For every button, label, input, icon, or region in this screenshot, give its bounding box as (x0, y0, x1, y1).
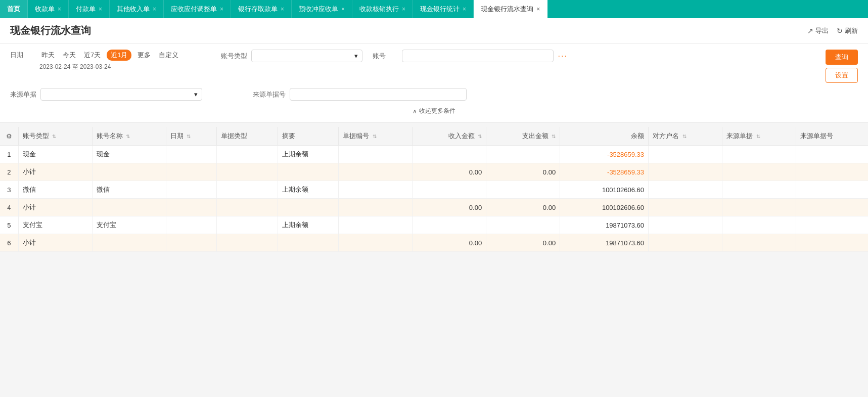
table-row: 6小计0.000.0019871073.60 (0, 234, 868, 252)
sort-icon: ⇅ (478, 134, 482, 139)
date-label: 日期 (10, 51, 35, 60)
date-opt-today[interactable]: 今天 (61, 50, 78, 61)
nav-tab-receipt[interactable]: 收款单 × (28, 0, 69, 18)
th-source-doc[interactable]: 来源单据 ⇅ (722, 127, 796, 146)
nav-tab-cash-flow-query-label: 现金银行流水查询 (481, 5, 533, 14)
th-balance[interactable]: 余额 (560, 127, 649, 146)
date-opt-more[interactable]: 更多 (135, 50, 153, 61)
nav-tab-cash-stat[interactable]: 现金银行统计 × (413, 0, 474, 18)
date-opt-custom[interactable]: 自定义 (157, 50, 180, 61)
close-icon[interactable]: × (58, 6, 61, 13)
account-dots-button[interactable]: ··· (558, 52, 567, 61)
td-date (166, 146, 217, 163)
th-summary[interactable]: 摘要 (278, 127, 338, 146)
close-icon[interactable]: × (220, 6, 223, 13)
th-source-doc-no[interactable]: 来源单据号 (796, 127, 868, 146)
close-icon[interactable]: × (341, 6, 345, 13)
collapse-bar[interactable]: ∧ 收起更多条件 (10, 104, 858, 116)
td-doc-type (217, 181, 278, 199)
nav-tab-bank-deposit[interactable]: 银行存取款单 × (231, 0, 292, 18)
nav-tab-other-income-label: 其他收入单 (117, 5, 150, 14)
td-expense (486, 216, 560, 234)
td-source-doc (722, 181, 796, 199)
td-counterpart (649, 199, 722, 216)
td-source-doc (722, 146, 796, 163)
close-icon[interactable]: × (402, 6, 405, 13)
td-balance: 19871073.60 (560, 216, 649, 234)
source-doc-no-label: 来源单据号 (253, 90, 286, 99)
th-balance-label: 余额 (631, 132, 644, 140)
nav-tab-home-label: 首页 (7, 5, 20, 14)
date-opt-1month[interactable]: 近1月 (107, 50, 131, 61)
td-summary (278, 234, 338, 252)
td-expense (486, 181, 560, 199)
th-expense[interactable]: 支出金额 ⇅ (486, 127, 560, 146)
settings-button[interactable]: 设置 (826, 68, 858, 83)
filter-area: 日期 昨天 今天 近7天 近1月 更多 自定义 2023-02-24 至 202… (0, 43, 868, 123)
nav-tab-payment-label: 付款单 (76, 5, 96, 14)
refresh-icon: ↻ (837, 27, 843, 35)
th-income[interactable]: 收入金额 ⇅ (413, 127, 486, 146)
sort-icon: ⇅ (552, 134, 556, 139)
chevron-down-icon: ▾ (194, 91, 198, 98)
th-counterpart[interactable]: 对方户名 ⇅ (649, 127, 722, 146)
nav-tab-ar-ap-adjust[interactable]: 应收应付调整单 × (164, 0, 231, 18)
td-counterpart (649, 181, 722, 199)
close-icon[interactable]: × (99, 6, 102, 13)
nav-tab-other-income[interactable]: 其他收入单 × (110, 0, 164, 18)
td-date (166, 216, 217, 234)
td-doc-no (339, 234, 413, 252)
refresh-button[interactable]: ↻ 刷新 (837, 26, 858, 35)
refresh-label: 刷新 (845, 26, 858, 35)
th-account-type[interactable]: 账号类型 ⇅ (18, 127, 92, 146)
td-balance: 100102606.60 (560, 199, 649, 216)
th-doc-type-label: 单据类型 (221, 132, 247, 140)
td-account-type: 现金 (18, 146, 92, 163)
date-opt-7days[interactable]: 近7天 (82, 50, 103, 61)
account-type-select[interactable]: ▾ (251, 50, 362, 62)
table-row: 2小计0.000.00-3528659.33 (0, 163, 868, 181)
export-button[interactable]: ↗ 导出 (807, 26, 829, 35)
td-account-name (92, 234, 166, 252)
account-input[interactable] (402, 50, 554, 62)
data-table: ⚙ 账号类型 ⇅ 账号名称 ⇅ 日期 ⇅ 单据类型 摘要 (0, 127, 868, 252)
td-account-name: 支付宝 (92, 216, 166, 234)
table-row: 4小计0.000.00100102606.60 (0, 199, 868, 216)
nav-tab-receipt-verify[interactable]: 收款核销执行 × (352, 0, 413, 18)
nav-tab-payment[interactable]: 付款单 × (69, 0, 110, 18)
close-icon[interactable]: × (153, 6, 156, 13)
table-row: 3微信微信上期余额100102606.60 (0, 181, 868, 199)
th-date[interactable]: 日期 ⇅ (166, 127, 217, 146)
close-icon[interactable]: × (463, 6, 466, 13)
nav-tab-prepay-offset[interactable]: 预收冲应收单 × (292, 0, 352, 18)
th-expense-label: 支出金额 (522, 132, 549, 140)
td-source-doc-no (796, 199, 868, 216)
th-doc-type[interactable]: 单据类型 (217, 127, 278, 146)
td-summary (278, 199, 338, 216)
td-source-doc-no (796, 163, 868, 181)
nav-tab-home[interactable]: 首页 (0, 0, 28, 18)
query-button[interactable]: 查询 (826, 50, 858, 65)
th-doc-no[interactable]: 单据编号 ⇅ (339, 127, 413, 146)
table-container: ⚙ 账号类型 ⇅ 账号名称 ⇅ 日期 ⇅ 单据类型 摘要 (0, 127, 868, 252)
td-source-doc (722, 163, 796, 181)
nav-tab-cash-stat-label: 现金银行统计 (420, 5, 460, 14)
source-doc-no-input[interactable] (290, 88, 467, 101)
td-date (166, 199, 217, 216)
date-range-text: 2023-02-24 至 2023-03-24 (39, 63, 111, 70)
export-icon: ↗ (807, 27, 813, 35)
td-doc-no (339, 181, 413, 199)
table-body: 1现金现金上期余额-3528659.332小计0.000.00-3528659.… (0, 146, 868, 252)
nav-tab-cash-flow-query[interactable]: 现金银行流水查询 × (474, 0, 547, 18)
th-account-name[interactable]: 账号名称 ⇅ (92, 127, 166, 146)
gear-icon[interactable]: ⚙ (6, 133, 12, 140)
close-icon[interactable]: × (536, 6, 540, 13)
source-doc-select[interactable]: ▾ (40, 88, 202, 101)
close-icon[interactable]: × (281, 6, 284, 13)
td-row-no: 2 (0, 163, 18, 181)
td-summary: 上期余额 (278, 181, 338, 199)
th-gear[interactable]: ⚙ (0, 127, 18, 146)
td-summary (278, 163, 338, 181)
td-source-doc (722, 216, 796, 234)
date-opt-yesterday[interactable]: 昨天 (39, 50, 57, 61)
